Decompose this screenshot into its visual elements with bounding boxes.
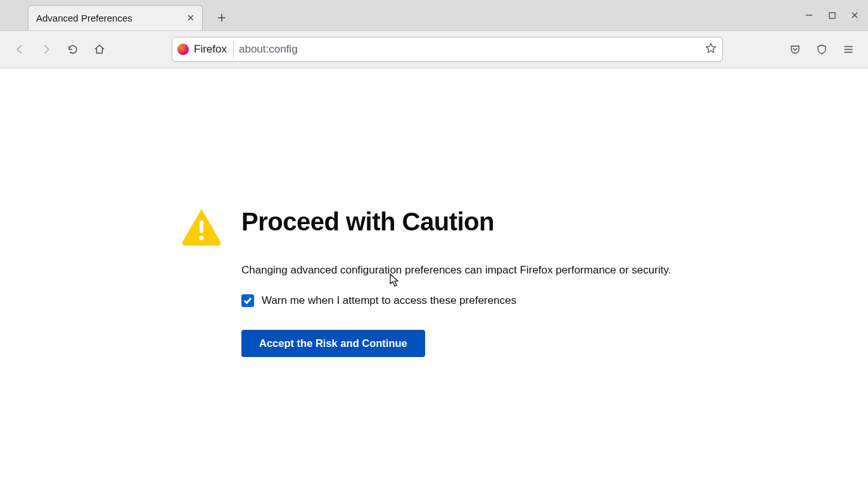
warning-body: Proceed with Caution Changing advanced c… [241, 208, 687, 357]
url-input[interactable] [239, 43, 699, 56]
tab-strip: Advanced Preferences [0, 0, 868, 30]
warning-heading: Proceed with Caution [241, 208, 687, 236]
toolbar-right [783, 37, 860, 61]
checkbox-icon[interactable] [241, 294, 254, 307]
warning-icon [181, 208, 222, 357]
window-minimize-button[interactable] [800, 6, 819, 25]
home-button[interactable] [87, 37, 112, 61]
page-content: Proceed with Caution Changing advanced c… [0, 68, 868, 357]
checkbox-label: Warn me when I attempt to access these p… [262, 294, 516, 307]
bookmark-star-icon[interactable] [705, 42, 717, 58]
browser-tab[interactable]: Advanced Preferences [28, 5, 203, 30]
firefox-logo-icon [177, 44, 189, 55]
forward-button[interactable] [34, 37, 58, 61]
back-button[interactable] [8, 37, 32, 61]
tab-title: Advanced Preferences [36, 13, 182, 23]
tab-close-icon[interactable] [187, 13, 195, 23]
svg-rect-0 [829, 13, 835, 18]
warning-description: Changing advanced configuration preferen… [241, 264, 687, 277]
identity-label: Firefox [194, 43, 227, 56]
warn-checkbox-row[interactable]: Warn me when I attempt to access these p… [241, 294, 687, 307]
svg-point-2 [200, 236, 204, 241]
warning-panel: Proceed with Caution Changing advanced c… [181, 208, 687, 357]
app-menu-button[interactable] [836, 37, 860, 61]
window-close-button[interactable] [845, 6, 864, 25]
svg-rect-1 [200, 220, 203, 233]
window-maximize-button[interactable] [822, 6, 841, 25]
window-controls [800, 6, 864, 25]
accept-risk-button[interactable]: Accept the Risk and Continue [241, 330, 425, 357]
urlbar-container: Firefox [114, 37, 781, 62]
new-tab-button[interactable] [210, 6, 233, 29]
identity-box[interactable]: Firefox [177, 41, 234, 58]
pocket-button[interactable] [783, 37, 807, 61]
urlbar[interactable]: Firefox [172, 37, 723, 62]
shield-icon[interactable] [810, 37, 834, 61]
reload-button[interactable] [61, 37, 85, 61]
navigation-toolbar: Firefox [0, 30, 868, 68]
